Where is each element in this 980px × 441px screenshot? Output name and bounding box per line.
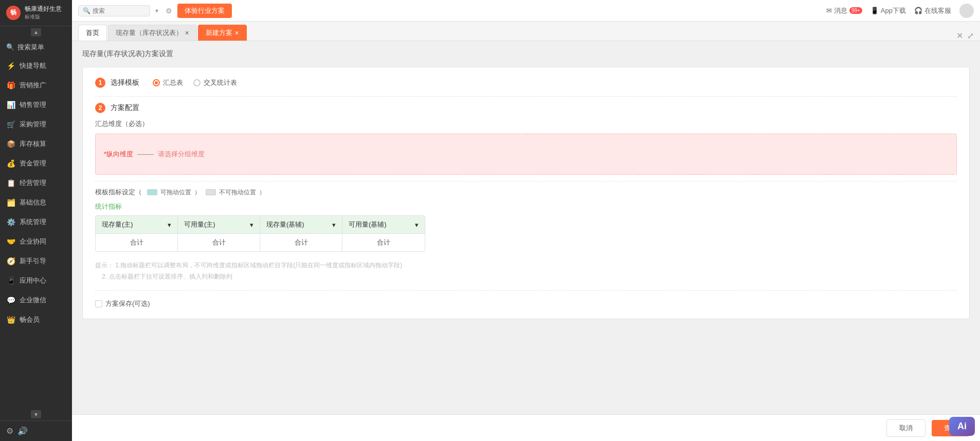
app-download-button[interactable]: 📱 App下载 <box>870 6 906 15</box>
sidebar-item-operations[interactable]: 📋 经营管理 <box>0 173 72 193</box>
topbar-search-box[interactable]: 🔍 <box>78 5 150 16</box>
sidebar-item-basic-info[interactable]: 🗂️ 基础信息 <box>0 193 72 212</box>
online-service-button[interactable]: 🎧 在线客服 <box>914 6 951 15</box>
main-area: 🔍 ▾ ⚙ 体验行业方案 ✉ 消息 99+ 📱 App下载 🎧 在线客服 <box>72 0 980 441</box>
stats-col-label-1: 可用量(主) <box>184 220 215 229</box>
radio-summary-label: 汇总表 <box>163 78 183 87</box>
stats-col-chevron-3: ▾ <box>415 221 419 229</box>
step1-badge: 1 <box>95 78 105 88</box>
tabbar: 首页 现存量（库存状况表） ✕ 新建方案 ✕ ✕ ⤢ <box>72 22 980 41</box>
sidebar-item-app-center[interactable]: 📱 应用中心 <box>0 271 72 290</box>
stats-col-label-3: 可用量(基辅) <box>349 220 387 229</box>
page-title: 现存量(库存状况表)方案设置 <box>82 49 970 59</box>
ai-badge[interactable]: Ai <box>949 417 975 436</box>
member-icon: 👑 <box>6 315 15 324</box>
stats-col-label-2: 现存量(基辅) <box>266 220 304 229</box>
trial-button[interactable]: 体验行业方案 <box>177 4 232 18</box>
legend-nondraggable-color <box>206 189 216 195</box>
sidebar-item-corp[interactable]: 🤝 企业协同 <box>0 232 72 251</box>
user-avatar[interactable] <box>959 4 974 18</box>
sidebar-item-inventory[interactable]: 📦 库存核算 <box>0 134 72 154</box>
sidebar-item-label: 营销推广 <box>20 81 46 90</box>
legend-separator2: ） <box>259 188 265 197</box>
sidebar-item-label: 应用中心 <box>20 276 46 285</box>
sidebar-item-member[interactable]: 👑 畅会员 <box>0 310 72 329</box>
sidebar-search[interactable]: 🔍 搜索菜单 <box>0 39 72 56</box>
corp-icon: 🤝 <box>6 237 15 246</box>
search-input[interactable] <box>93 7 139 14</box>
cancel-button[interactable]: 取消 <box>886 419 925 437</box>
sidebar-bottom: ⚙ 🔊 <box>0 420 72 441</box>
stats-col-2: 现存量(基辅) ▾ 合计 <box>260 216 342 251</box>
tab-inventory-status[interactable]: 现存量（库存状况表） ✕ <box>108 25 197 41</box>
sidebar-item-label: 快捷导航 <box>20 61 46 70</box>
headset-icon: 🎧 <box>914 7 922 14</box>
tip-item-0: 1.拖动标题栏可以调整布局，不可跨维度或指标区域拖动栏目字段(只能在同一维度或指… <box>115 262 402 269</box>
topbar-search-icon: 🔍 <box>83 7 90 14</box>
settings-icon[interactable]: ⚙ <box>6 426 13 436</box>
sidebar-item-quick-nav[interactable]: ⚡ 快捷导航 <box>0 56 72 76</box>
topbar-gear-icon[interactable]: ⚙ <box>166 7 172 15</box>
operations-icon: 📋 <box>6 178 15 188</box>
legend-draggable: 可拖动位置 ） <box>147 188 201 197</box>
stats-table: 现存量(主) ▾ 合计 可用量(主) ▾ <box>95 215 425 252</box>
save-checkbox-box <box>95 300 102 307</box>
topbar-chevron-icon[interactable]: ▾ <box>155 7 158 14</box>
volume-icon[interactable]: 🔊 <box>17 426 28 436</box>
sidebar-item-sales[interactable]: 📊 销售管理 <box>0 95 72 115</box>
stats-col-header-0[interactable]: 现存量(主) ▾ <box>96 216 177 234</box>
message-button[interactable]: ✉ 消息 99+ <box>826 6 862 15</box>
sidebar-item-label: 库存核算 <box>20 139 46 149</box>
tab-inventory-status-label: 现存量（库存状况表） <box>116 28 183 38</box>
sidebar-item-label: 企业协同 <box>20 237 46 246</box>
marketing-icon: 🎁 <box>6 81 15 90</box>
content-area: 现存量(库存状况表)方案设置 1 选择模板 汇总表 <box>72 41 980 414</box>
sidebar-item-marketing[interactable]: 🎁 营销推广 <box>0 76 72 95</box>
inventory-icon: 📦 <box>6 139 15 149</box>
sidebar-item-finance[interactable]: 💰 资金管理 <box>0 154 72 173</box>
tab-new-plan[interactable]: 新建方案 ✕ <box>198 25 247 41</box>
tab-home-label: 首页 <box>86 28 99 38</box>
stats-col-header-2[interactable]: 现存量(基辅) ▾ <box>260 216 342 234</box>
app-download-label: App下载 <box>881 6 906 15</box>
step1-header: 1 选择模板 汇总表 交叉统计表 <box>95 78 957 88</box>
online-service-label: 在线客服 <box>924 6 951 15</box>
logo-name: 畅康通好生意 <box>25 5 62 13</box>
dimension-hint: 请选择分组维度 <box>158 150 205 159</box>
stats-table-header: 现存量(主) ▾ 合计 可用量(主) ▾ <box>96 216 425 251</box>
sidebar-item-guide[interactable]: 🧭 新手引导 <box>0 251 72 271</box>
tab-new-plan-close[interactable]: ✕ <box>234 30 239 36</box>
save-checkbox[interactable]: 方案保存(可选) <box>95 299 957 308</box>
tip-item-1: 2. 点击标题栏下拉可设置排序、插入列和删除列 <box>95 273 232 280</box>
message-label: 消息 <box>834 6 847 15</box>
sidebar-item-purchase[interactable]: 🛒 采购管理 <box>0 115 72 134</box>
radio-cross-circle <box>193 79 201 86</box>
tab-home[interactable]: 首页 <box>78 25 107 41</box>
scroll-down-arrow[interactable]: ▼ <box>31 410 41 418</box>
dimension-placeholder: *纵向维度 —— 请选择分组维度 <box>104 150 205 159</box>
legend-nondraggable-label: 不可拖动位置 <box>219 188 256 197</box>
radio-summary[interactable]: 汇总表 <box>153 78 183 87</box>
stats-col-header-1[interactable]: 可用量(主) ▾ <box>178 216 260 234</box>
sidebar-item-label: 资金管理 <box>20 159 46 168</box>
sidebar-item-label: 采购管理 <box>20 120 46 129</box>
sidebar-item-wechat[interactable]: 💬 企业微信 <box>0 290 72 310</box>
stats-col-0: 现存量(主) ▾ 合计 <box>96 216 178 251</box>
bottom-bar: 取消 查询 <box>72 414 980 441</box>
dimension-divider <box>95 181 957 181</box>
template-radio-group: 汇总表 交叉统计表 <box>153 78 237 87</box>
radio-cross[interactable]: 交叉统计表 <box>193 78 237 87</box>
indicator-label-text: 模板指标设定（ <box>95 188 142 197</box>
radio-summary-circle <box>153 79 160 86</box>
dimension-box[interactable]: *纵向维度 —— 请选择分组维度 <box>95 134 957 175</box>
tab-bar-right: ✕ ⤢ <box>956 31 974 41</box>
tab-expand-icon[interactable]: ⤢ <box>967 31 974 41</box>
tab-inventory-status-close[interactable]: ✕ <box>185 30 189 36</box>
stats-col-header-3[interactable]: 可用量(基辅) ▾ <box>342 216 425 234</box>
legend-nondraggable: 不可拖动位置 ） <box>206 188 265 197</box>
radio-cross-label: 交叉统计表 <box>204 78 237 87</box>
tab-close-all-icon[interactable]: ✕ <box>956 31 963 41</box>
required-mark: *纵向维度 <box>104 150 133 159</box>
sidebar-item-system[interactable]: ⚙️ 系统管理 <box>0 212 72 232</box>
scroll-up-arrow[interactable]: ▲ <box>31 28 41 36</box>
